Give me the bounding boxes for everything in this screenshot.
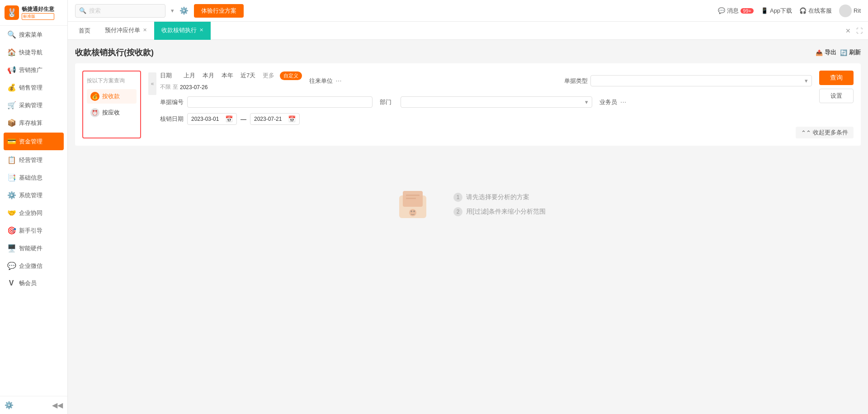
- query-button[interactable]: 查询: [819, 71, 854, 85]
- page-title: 收款核销执行(按收款): [75, 47, 154, 58]
- receivable-icon: ⏰: [90, 108, 99, 117]
- tab-close-icon[interactable]: ✕: [143, 27, 147, 33]
- bill-type-select[interactable]: ▾: [590, 75, 812, 86]
- main-area: 🔍 搜索 ▾ ⚙️ 体验行业方案 💬 消息 99+ 📱 App下载 🎧 在线客服…: [68, 0, 868, 414]
- filter-collapse-toggle[interactable]: «: [148, 72, 156, 95]
- sidebar-menu: 🔍 搜索菜单 🏠 快捷导航 📢 营销推广 💰 销售管理 🛒 采购管理 📦 库存核…: [0, 26, 67, 396]
- online-service-button[interactable]: 🎧 在线客服: [799, 7, 832, 15]
- sidebar-item-label: 系统管理: [19, 191, 42, 200]
- empty-tip-2: 2 用[过滤]条件来缩小分析范围: [453, 207, 546, 216]
- chevron-left-icon: «: [151, 81, 154, 87]
- sidebar-item-search[interactable]: 🔍 搜索菜单: [0, 26, 67, 43]
- export-button[interactable]: 📤 导出: [816, 48, 836, 57]
- tab-prepay[interactable]: 预付冲应付单 ✕: [98, 22, 154, 40]
- sidebar-item-quicknav[interactable]: 🏠 快捷导航: [0, 43, 67, 61]
- bill-no-label: 单据编号: [160, 98, 184, 106]
- message-label: 消息: [727, 7, 739, 15]
- filter-action-buttons: 查询 设置: [819, 71, 854, 103]
- app-download-label: App下载: [770, 7, 792, 15]
- gear-icon[interactable]: ⚙️: [179, 6, 189, 15]
- writeoff-date-start-input[interactable]: 2023-03-01 📅: [187, 113, 237, 125]
- svg-point-5: [410, 210, 412, 212]
- app-download-button[interactable]: 📱 App下载: [761, 7, 792, 15]
- sidebar-item-system[interactable]: ⚙️ 系统管理: [0, 186, 67, 204]
- tip-number-1: 1: [453, 193, 462, 202]
- sidebar-item-enterprise[interactable]: 🤝 企业协同: [0, 204, 67, 222]
- operation-icon: 📋: [7, 156, 15, 164]
- date-shortcut-this-month[interactable]: 本月: [201, 71, 216, 81]
- bill-no-input[interactable]: [187, 96, 373, 108]
- calendar-icon: 📅: [225, 115, 233, 123]
- sidebar-item-label: 智能硬件: [19, 244, 42, 252]
- date-label: 日期: [160, 71, 178, 80]
- date-range-separator: —: [241, 116, 246, 123]
- sidebar-item-hardware[interactable]: 🖥️ 智能硬件: [0, 239, 67, 257]
- empty-tips: 1 请先选择要分析的方案 2 用[过滤]条件来缩小分析范围: [453, 193, 546, 216]
- header-search-box: 🔍 搜索: [75, 4, 165, 18]
- industry-solution-button[interactable]: 体验行业方案: [194, 4, 244, 18]
- date-no-limit: 不限: [160, 83, 171, 91]
- sidebar-item-inventory[interactable]: 📦 库存核算: [0, 114, 67, 132]
- tab-close-icon[interactable]: ✕: [199, 27, 203, 33]
- setting-button[interactable]: 设置: [819, 89, 854, 103]
- logo-badge: 标准版: [22, 13, 54, 20]
- tab-receipt[interactable]: 收款核销执行 ✕: [154, 22, 211, 40]
- filter-row-1: 日期 上月 本月 本年 近7天 更多 自定义 不限: [160, 71, 812, 91]
- page-actions: 📤 导出 🔄 刷新: [816, 48, 861, 57]
- sidebar-item-basic[interactable]: 📑 基础信息: [0, 169, 67, 186]
- basic-icon: 📑: [7, 173, 15, 182]
- sidebar-item-purchase[interactable]: 🛒 采购管理: [0, 96, 67, 114]
- calendar-icon: 📅: [288, 115, 296, 123]
- counterpart-dots[interactable]: ···: [335, 77, 341, 85]
- user-avatar-area[interactable]: Rit: [839, 5, 861, 17]
- sidebar-item-label: 企业微信: [19, 262, 42, 270]
- export-label: 导出: [825, 48, 836, 57]
- date-shortcut-last-month[interactable]: 上月: [182, 71, 197, 81]
- tab-controls: ✕ ⛶: [844, 25, 864, 36]
- dept-select[interactable]: ▾: [401, 96, 592, 108]
- tip-number-2: 2: [453, 207, 462, 216]
- collapse-sidebar-icon[interactable]: ◀◀: [52, 401, 63, 409]
- empty-tip-1-text: 请先选择要分析的方案: [466, 193, 529, 201]
- filter-by-receipt-label: 按收款: [102, 92, 120, 100]
- writeoff-date-end-value: 2023-07-21: [254, 116, 282, 122]
- date-shortcut-custom[interactable]: 自定义: [280, 71, 302, 80]
- date-shortcut-7days[interactable]: 近7天: [239, 71, 257, 81]
- hardware-icon: 🖥️: [7, 244, 15, 252]
- refresh-button[interactable]: 🔄 刷新: [840, 48, 861, 57]
- sidebar-item-member[interactable]: V 畅会员: [0, 275, 67, 292]
- sidebar-item-label: 采购管理: [19, 101, 42, 109]
- marketing-icon: 📢: [7, 66, 15, 74]
- writeoff-date-end-input[interactable]: 2023-07-21 📅: [250, 113, 300, 125]
- search-icon: 🔍: [7, 30, 15, 39]
- message-badge: 99+: [741, 8, 754, 14]
- export-icon: 📤: [816, 49, 823, 56]
- sidebar-item-finance[interactable]: 💳 资金管理: [4, 133, 64, 150]
- svg-rect-2: [406, 195, 420, 196]
- close-all-tabs-icon[interactable]: ✕: [844, 25, 853, 36]
- sidebar-item-operation[interactable]: 📋 经营管理: [0, 151, 67, 169]
- staff-field: 业务员 ···: [599, 98, 812, 106]
- header-dropdown-icon[interactable]: ▾: [171, 7, 174, 14]
- counterpart-field: 往来单位 ···: [309, 77, 557, 85]
- sidebar-item-sales[interactable]: 💰 销售管理: [0, 79, 67, 96]
- sidebar-item-wechat[interactable]: 💬 企业微信: [0, 257, 67, 275]
- inventory-icon: 📦: [7, 119, 15, 127]
- sidebar-item-label: 销售管理: [19, 84, 42, 92]
- date-shortcut-this-year[interactable]: 本年: [220, 71, 235, 81]
- logo-text-area: 畅捷通好生意 标准版: [22, 5, 54, 20]
- sidebar-item-guide[interactable]: 🎯 新手引导: [0, 222, 67, 239]
- expand-tabs-icon[interactable]: ⛶: [854, 25, 864, 36]
- staff-dots[interactable]: ···: [620, 98, 626, 106]
- message-button[interactable]: 💬 消息 99+: [718, 7, 754, 15]
- sidebar-item-marketing[interactable]: 📢 营销推广: [0, 61, 67, 79]
- filter-sidebar-title: 按以下方案查询: [87, 77, 137, 85]
- logo-icon: 🐰: [5, 5, 19, 20]
- settings-icon[interactable]: ⚙️: [5, 401, 14, 409]
- collapse-more-button[interactable]: ⌃⌃ 收起更多条件: [796, 127, 854, 138]
- filter-by-receivable[interactable]: ⏰ 按应收: [87, 105, 137, 120]
- filter-by-receipt[interactable]: 💰 按收款: [87, 89, 137, 104]
- tab-home[interactable]: 首页: [71, 22, 98, 40]
- system-icon: ⚙️: [7, 191, 15, 200]
- date-shortcut-more[interactable]: 更多: [261, 71, 276, 81]
